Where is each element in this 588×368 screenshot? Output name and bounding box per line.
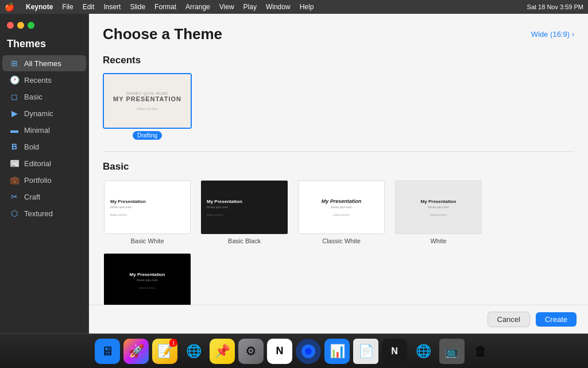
theme-card-classic-white[interactable]: My Presentation Donec quis nunc aullam a…: [297, 179, 386, 244]
dock-system-prefs[interactable]: ⚙: [238, 339, 264, 364]
theme-thumbnail-basic-white[interactable]: My Presentation Donec quis nunc Aullam a…: [103, 179, 192, 235]
sidebar-title: Themes: [0, 36, 88, 55]
close-button[interactable]: [7, 22, 14, 29]
page-title: Choose a Theme: [103, 25, 222, 43]
sidebar-label-craft: Craft: [24, 193, 40, 201]
theme-thumbnail-black[interactable]: My Presentation Donec quis nunc aullam a…: [103, 252, 192, 308]
menubar-format[interactable]: Format: [154, 3, 176, 11]
sidebar-label-all-themes: All Themes: [24, 59, 61, 68]
dock-chrome[interactable]: 🌐: [181, 339, 206, 364]
dock-blank-circle[interactable]: [296, 339, 321, 364]
sidebar-item-basic[interactable]: ◻ Basic: [2, 89, 86, 105]
traffic-lights: [0, 18, 88, 36]
menubar-insert[interactable]: Insert: [103, 3, 121, 11]
theme-thumbnail-white[interactable]: My Presentation Donec quis nunc aullam a…: [394, 179, 483, 235]
dock-launchpad[interactable]: 🚀: [123, 339, 149, 364]
notes-badge: 1: [169, 339, 177, 347]
aspect-ratio-button[interactable]: Wide (16:9) ›: [531, 30, 574, 39]
main-header: Choose a Theme Wide (16:9) ›: [103, 25, 574, 43]
theme-name-basic-white: Basic White: [130, 237, 164, 244]
sidebar-item-minimal[interactable]: ▬ Minimal: [2, 122, 86, 138]
sidebar-item-bold[interactable]: B Bold: [2, 139, 86, 155]
theme-card-basic-black[interactable]: My Presentation Donec quis nunc Aullam a…: [200, 179, 289, 244]
main-content: Choose a Theme Wide (16:9) › Recents DON…: [89, 14, 588, 334]
menubar-app-name[interactable]: Keynote: [26, 3, 53, 11]
sidebar-item-portfolio[interactable]: 💼 Portfolio: [2, 172, 86, 188]
sidebar: Themes ⊞ All Themes 🕐 Recents ◻ Basic ▶ …: [0, 14, 89, 334]
recent-subtitle: DONEC QUIS NUNC: [126, 91, 168, 95]
app-window: Themes ⊞ All Themes 🕐 Recents ◻ Basic ▶ …: [0, 14, 588, 334]
recents-section-label: Recents: [103, 55, 574, 66]
w-sub: Donec quis nunc: [428, 205, 449, 209]
dock-browser2[interactable]: 🌐: [411, 339, 436, 364]
sidebar-item-all-themes[interactable]: ⊞ All Themes: [2, 55, 86, 71]
theme-name-white: White: [430, 237, 446, 244]
w-title: My Presentation: [421, 199, 457, 204]
bb-footer: Aullam and Dum: [207, 213, 282, 216]
dock-tv[interactable]: 📺: [439, 339, 465, 364]
editorial-icon: 📰: [9, 158, 20, 168]
sidebar-label-recents: Recents: [24, 76, 52, 85]
dock-keynote[interactable]: 📊: [324, 339, 350, 364]
create-button[interactable]: Create: [536, 312, 577, 327]
bw-title: My Presentation: [110, 199, 184, 204]
theme-card-basic-white[interactable]: My Presentation Donec quis nunc Aullam a…: [103, 179, 192, 244]
bottom-action-bar: Cancel Create: [89, 305, 588, 334]
theme-card-white[interactable]: My Presentation Donec quis nunc aullam a…: [394, 179, 483, 244]
sidebar-label-portfolio: Portfolio: [24, 176, 52, 185]
theme-name-basic-black: Basic Black: [228, 237, 261, 244]
section-divider-basic: [103, 151, 574, 152]
bold-icon: B: [9, 141, 20, 152]
dock-notes[interactable]: 📝 1: [152, 339, 177, 364]
recent-title: MY PRESENTATION: [113, 95, 181, 102]
minimize-button[interactable]: [17, 22, 24, 29]
sidebar-item-craft[interactable]: ✂ Craft: [2, 189, 86, 205]
sidebar-item-textured[interactable]: ⬡ Textured: [2, 205, 86, 221]
menubar-edit[interactable]: Edit: [83, 3, 95, 11]
recents-icon: 🕐: [9, 75, 20, 85]
menubar-help[interactable]: Help: [300, 3, 314, 11]
theme-name-classic-white: Classic White: [322, 237, 361, 244]
menubar-file[interactable]: File: [62, 3, 73, 11]
dock-stickies[interactable]: 📌: [210, 339, 235, 364]
sidebar-item-recents[interactable]: 🕐 Recents: [2, 72, 86, 88]
theme-thumbnail-drafting[interactable]: DONEC QUIS NUNC MY PRESENTATION Aullam a…: [103, 73, 192, 129]
portfolio-icon: 💼: [9, 175, 20, 185]
cw-sub: Donec quis nunc: [331, 205, 352, 209]
theme-card-drafting[interactable]: DONEC QUIS NUNC MY PRESENTATION Aullam a…: [103, 73, 192, 140]
dock-trash[interactable]: 🗑: [468, 339, 493, 364]
menubar-play[interactable]: Play: [243, 3, 257, 11]
sidebar-label-dynamic: Dynamic: [24, 109, 53, 118]
textured-icon: ⬡: [9, 208, 20, 218]
sidebar-item-editorial[interactable]: 📰 Editorial: [2, 155, 86, 171]
menubar-window[interactable]: Window: [266, 3, 291, 11]
dock-finder[interactable]: 🖥: [95, 339, 120, 364]
fullscreen-button[interactable]: [28, 22, 34, 29]
sidebar-item-dynamic[interactable]: ▶ Dynamic: [2, 105, 86, 121]
menubar-slide[interactable]: Slide: [130, 3, 145, 11]
cancel-button[interactable]: Cancel: [488, 312, 530, 327]
apple-menu[interactable]: 🍎: [5, 2, 14, 12]
sidebar-label-textured: Textured: [24, 209, 53, 218]
bb-sub: Donec quis nunc: [207, 205, 282, 209]
bw-footer: Aullam and Dum: [110, 213, 184, 216]
theme-thumbnail-classic-white[interactable]: My Presentation Donec quis nunc aullam a…: [297, 179, 386, 235]
minimal-icon: ▬: [9, 125, 20, 135]
menubar-view[interactable]: View: [219, 3, 234, 11]
basic-section-label: Basic: [103, 161, 574, 172]
dock-document[interactable]: 📄: [353, 339, 378, 364]
cw-footer: aullam and dum: [333, 213, 349, 216]
sidebar-label-basic: Basic: [24, 93, 42, 101]
menubar-status-area: Sat 18 Nov 3:59 PM: [527, 3, 583, 10]
svg-point-1: [305, 348, 312, 355]
bw-sub: Donec quis nunc: [110, 205, 184, 209]
dock-notion-app[interactable]: N: [267, 339, 292, 364]
drafting-badge: Drafting: [133, 131, 162, 140]
theme-thumbnail-basic-black[interactable]: My Presentation Donec quis nunc Aullam a…: [200, 179, 289, 235]
cw-title: My Presentation: [322, 198, 362, 204]
dock-notion-web[interactable]: N: [382, 339, 407, 364]
craft-icon: ✂: [9, 191, 20, 202]
sidebar-label-editorial: Editorial: [24, 159, 51, 168]
menubar-arrange[interactable]: Arrange: [185, 3, 210, 11]
menubar: 🍎 Keynote File Edit Insert Slide Format …: [0, 0, 588, 14]
